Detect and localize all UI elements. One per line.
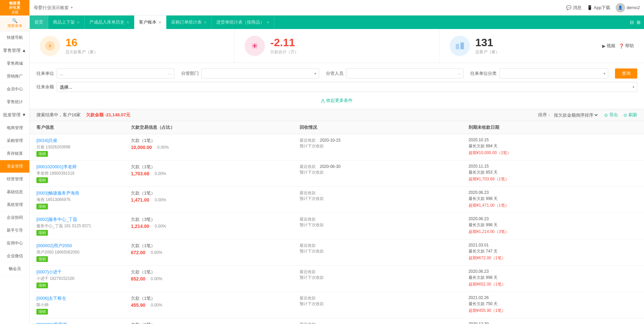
sidebar-item-qiye[interactable]: 企业协同: [0, 211, 29, 224]
sidebar-item-lingshou[interactable]: 零售管理 ▲: [0, 44, 29, 57]
export-button[interactable]: ⊙ 导出: [604, 112, 618, 118]
tab-minimize-icon[interactable]: ⊟: [630, 20, 634, 25]
tab-goods-close[interactable]: ✕: [77, 21, 80, 24]
filter-collapse-btn[interactable]: ⋀ 收起更多条件: [36, 95, 637, 106]
tab-purchase[interactable]: 采购订单统计表 ✕: [166, 16, 212, 29]
sidebar-item-huiyuan[interactable]: 会员中心: [0, 83, 29, 96]
summary-card-total: 131 总客户（家） ▶ 视频 ❓ 帮助: [440, 29, 644, 63]
user-avatar[interactable]: 👤 demo2: [616, 3, 640, 12]
sidebar-item-xinshou[interactable]: 新手引导: [0, 224, 29, 237]
dropdown-icon: ▾: [71, 5, 73, 10]
recovery-last-date-1: 2020-06-30: [320, 164, 340, 169]
sidebar-item-kuaijie[interactable]: 快捷导航: [0, 31, 29, 44]
help-button[interactable]: ❓ 帮助: [619, 43, 634, 49]
tab-goods[interactable]: 商品上下架 ✕: [48, 16, 85, 29]
fenguan-person-dots-icon[interactable]: ···: [457, 71, 461, 76]
recovery-cell-4: 最近收款 预计下次收款: [300, 243, 468, 254]
sidebar-item-jichu[interactable]: 基础信息: [0, 186, 29, 199]
debt-ratio-5: 0.00%: [151, 276, 162, 281]
customer-name-6[interactable]: [0006]去下粮仓: [36, 295, 131, 301]
query-button[interactable]: 查询: [615, 68, 637, 79]
debt-count-0: 欠款（1笔）: [131, 138, 155, 144]
customer-name-7[interactable]: [000001]黄思源: [36, 322, 131, 324]
help-label: 帮助: [625, 43, 634, 49]
debt-cell-2: 欠款（1笔） 1,471.00 0.00%: [131, 190, 300, 203]
recovery-next-label-6: 预计下次收款: [300, 301, 324, 306]
wanglai-category-select[interactable]: [499, 68, 608, 79]
app-download-button[interactable]: 📱 App下载: [587, 5, 610, 11]
sidebar-item-dianshang[interactable]: 电商管理: [0, 122, 29, 135]
help-icon: ❓: [619, 43, 624, 49]
tab-maximize-icon[interactable]: ⊞: [637, 20, 641, 25]
sidebar-item-caigou[interactable]: 采购管理: [0, 135, 29, 147]
recovery-cell-6: 最近收款 预计下次收款: [300, 295, 468, 307]
tab-inbound[interactable]: 产成品入库单历史 ✕: [85, 16, 134, 29]
recovery-last-label-3: 最近收款: [300, 217, 316, 222]
yue-select[interactable]: 选择...: [57, 82, 637, 92]
overdue-link-4[interactable]: 超期¥672.00（1笔）: [469, 255, 637, 261]
debt-count-6: 欠款（1笔）: [131, 295, 155, 301]
customer-name-1[interactable]: [0001020001]李老师: [36, 164, 131, 170]
overdue-link-3[interactable]: 超期¥1,214.00（3笔）: [469, 229, 637, 235]
customer-name-4[interactable]: [000002]用户2050: [36, 243, 131, 249]
overdue-link-5[interactable]: 超期¥652.00（1笔）: [469, 282, 637, 287]
recovery-next-0: 预计下次收款: [300, 143, 468, 149]
search-label[interactable]: 搜索菜单: [2, 23, 27, 28]
sort-dropdown[interactable]: 按欠款金额倒序排序: [553, 112, 599, 118]
customer-name-3[interactable]: [0002]服务中心_丁磊: [36, 216, 131, 223]
brand-select[interactable]: 母婴行业演示账套: [34, 5, 69, 11]
sidebar-item-pifa[interactable]: 批发管理 ▼: [0, 109, 29, 122]
recovery-next-4: 预计下次收款: [300, 248, 468, 254]
recovery-cell-1: 最近收款 2020-06-30 预计下次收款: [300, 164, 468, 175]
debt-ratio-0: 0.00%: [157, 145, 169, 150]
sidebar-item-yingyong[interactable]: 应用中心: [0, 237, 29, 250]
sidebar-item-jinying[interactable]: 经营管理: [0, 173, 29, 186]
tab-inbound-stats-close[interactable]: ✕: [267, 21, 269, 24]
table-area: 客户信息 欠款交易信息（占比） 回收情况 到期未收款日期 [0016]吕俊 吕俊…: [30, 121, 644, 324]
customer-name-0[interactable]: [0016]吕俊: [36, 138, 131, 144]
sidebar-item-lingshoutongji[interactable]: 零售统计: [0, 96, 29, 109]
sidebar-item-xitong[interactable]: 系统管理: [0, 199, 29, 211]
wanglai-input[interactable]: [57, 68, 174, 79]
customer-name-5[interactable]: [0007]小进千: [36, 269, 131, 275]
view-video-button[interactable]: ▶ 视频: [602, 43, 615, 49]
recovery-last-3: 最近收款: [300, 216, 468, 222]
tab-customer-close[interactable]: ✕: [159, 21, 161, 24]
customer-sub-6: 陈小帅: [36, 302, 131, 308]
message-button[interactable]: 💬 消息: [566, 5, 582, 11]
customer-name-2[interactable]: [0003]畅捷服务尹海燕: [36, 190, 131, 196]
fenguan-person-input[interactable]: [346, 68, 464, 79]
tab-home[interactable]: 首页: [30, 16, 48, 29]
debt-cell-5: 欠款（1笔） 652.00 0.00%: [131, 269, 300, 282]
sidebar-item-kucun[interactable]: 库存核算: [0, 147, 29, 160]
recovery-last-label-0: 最近收款: [300, 138, 316, 143]
sidebar-item-zijin[interactable]: 资金管理: [0, 160, 29, 173]
overdue-link-6[interactable]: 超期¥455.90（1笔）: [469, 308, 637, 314]
sort-select[interactable]: 排序： 按欠款金额倒序排序: [538, 112, 599, 118]
tab-inbound-stats[interactable]: 进货单统计表（按商品） ✕: [212, 16, 274, 29]
topbar-left: 母婴行业演示账套 ▾: [34, 5, 73, 11]
wanglai-dots-icon[interactable]: ···: [168, 71, 172, 76]
overdue-date-4: 2021.03.01: [469, 243, 637, 247]
sidebar-item-changhui[interactable]: 畅会员: [0, 263, 29, 275]
debt-cell-0: 欠款（1笔） 10,000.00 0.00%: [131, 138, 300, 150]
overdue-link-2[interactable]: 超期¥1,471.00（1笔）: [469, 203, 637, 208]
tab-inbound-close[interactable]: ✕: [127, 21, 129, 24]
debt-info-row-4: 欠款（1笔）: [131, 243, 300, 250]
debt-amount-6: 455.90: [131, 302, 145, 308]
customer-cell-1: [0001020001]李老师 李老师 18600391516 现销: [36, 164, 131, 183]
results-debt-text: 欠款金额 -21,148.07元: [86, 112, 130, 117]
refresh-button[interactable]: ⊙ 刷新: [623, 112, 637, 118]
sidebar-item-qiyeweixin[interactable]: 企业微信: [0, 250, 29, 263]
overdue-link-0[interactable]: 超期¥10,000.00（1笔）: [469, 150, 637, 156]
tab-purchase-close[interactable]: ✕: [204, 21, 206, 24]
sidebar-item-lingshoushangcheng[interactable]: 零售商城: [0, 57, 29, 70]
sidebar-search[interactable]: 🔍 搜索菜单: [0, 16, 29, 31]
debt-info-row-1: 欠款（1笔）: [131, 164, 300, 171]
video-icon: ▶: [602, 43, 606, 49]
fenguan-dept-select[interactable]: [201, 68, 319, 79]
phone-icon: 📱: [587, 5, 592, 10]
sidebar-item-yingxiao[interactable]: 营销推广: [0, 70, 29, 83]
overdue-link-1[interactable]: 超期¥1,703.68（1笔）: [469, 176, 637, 182]
tab-customer[interactable]: 客户账本 ✕: [134, 16, 166, 29]
